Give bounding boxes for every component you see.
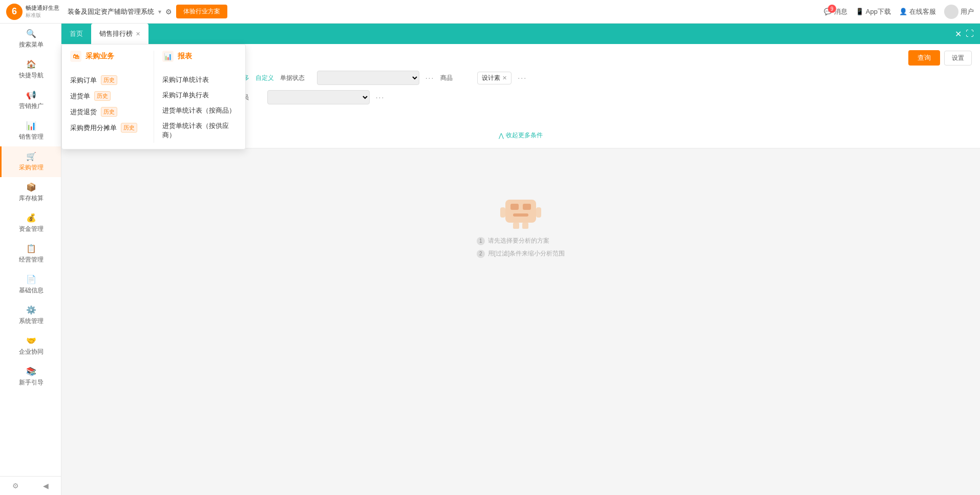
dropdown-item-expense[interactable]: 采购费用分摊单 历史 xyxy=(70,120,145,136)
sidebar-label-system: 系统管理 xyxy=(19,317,44,326)
goods-tag-close[interactable]: ✕ xyxy=(502,75,507,81)
sidebar-item-purchase[interactable]: 🛒 采购管理 xyxy=(0,146,61,177)
sidebar-label-quick: 快捷导航 xyxy=(19,71,44,80)
expense-history-badge: 历史 xyxy=(121,123,137,133)
sidebar-label-operations: 经营管理 xyxy=(19,255,44,264)
goods-dots[interactable]: ··· xyxy=(518,74,527,82)
sidebar-label-marketing: 营销推广 xyxy=(19,102,44,111)
svg-rect-5 xyxy=(536,207,541,218)
logo-brand: 畅捷通好生意 xyxy=(26,4,59,11)
report-section-header: 📊 报表 xyxy=(162,51,238,66)
sidebar-label-purchase: 采购管理 xyxy=(19,163,44,172)
query-btn[interactable]: 查询 xyxy=(908,50,940,66)
logo-area: 6 畅捷通好生意 标准版 xyxy=(6,4,68,20)
user-item[interactable]: 用户 xyxy=(944,5,974,19)
sidebar-item-marketing[interactable]: 📢 营销推广 xyxy=(0,85,61,116)
sidebar-item-finance[interactable]: 💰 资金管理 xyxy=(0,208,61,239)
tab-close-icon[interactable]: ✕ xyxy=(136,31,140,37)
settings-btn[interactable]: 设置 xyxy=(944,51,972,66)
empty-step-1: 1 请先选择要分析的方案 xyxy=(477,236,565,245)
inbound-stats-supplier-label: 进货单统计表（按供应商） xyxy=(162,121,238,140)
purchase-section-header: 🛍 采购业务 xyxy=(70,51,145,66)
sidebar-item-inventory[interactable]: 📦 库存核算 xyxy=(0,177,61,208)
search-icon: 🔍 xyxy=(26,29,36,38)
sidebar-label-sales: 销售管理 xyxy=(19,133,44,141)
sidebar-label-finance: 资金管理 xyxy=(19,225,44,233)
salesperson-dots[interactable]: ··· xyxy=(376,93,385,101)
marketing-icon: 📢 xyxy=(26,90,36,100)
app-download-item[interactable]: 📱 App下载 xyxy=(856,7,891,16)
tab-home[interactable]: 首页 xyxy=(61,24,91,44)
sidebar-item-search[interactable]: 🔍 搜索菜单 xyxy=(0,24,61,54)
phone-icon: 📱 xyxy=(856,8,864,15)
salesperson-select[interactable] xyxy=(267,90,370,104)
purchase-icon: 🛒 xyxy=(26,152,36,161)
dropdown-item-return[interactable]: 进货退货 历史 xyxy=(70,104,145,120)
sidebar-item-basicinfo[interactable]: 📄 基础信息 xyxy=(0,269,61,300)
dropdown-columns: 🛍 采购业务 采购订单 历史 进货单 历史 进货退货 历史 采购费用分摊单 历史 xyxy=(62,51,245,143)
tab-bar: 首页 销售排行榜 ✕ ✕ ⛶ xyxy=(61,24,980,44)
service-item[interactable]: 👤 在线客服 xyxy=(899,7,936,16)
dropdown-item-inbound-stats-supplier[interactable]: 进货单统计表（按供应商） xyxy=(162,118,238,143)
purchase-order-label: 采购订单 xyxy=(70,76,97,85)
dropdown-item-order-stats[interactable]: 采购订单统计表 xyxy=(162,72,238,88)
settings-icon[interactable]: ⚙ xyxy=(165,8,172,16)
purchase-section-icon: 🛍 xyxy=(70,51,81,62)
tab-expand-icon[interactable]: ⛶ xyxy=(966,29,974,38)
system-dropdown-arrow[interactable]: ▾ xyxy=(158,8,161,15)
inbound-history-badge: 历史 xyxy=(94,91,111,101)
svg-rect-6 xyxy=(513,223,519,229)
expense-label: 采购费用分摊单 xyxy=(70,123,117,133)
step2-num: 2 xyxy=(477,250,485,258)
report-col: 📊 报表 采购订单统计表 采购订单执行表 进货单统计表（按商品） 进货单统计表（… xyxy=(154,51,246,143)
sidebar-item-system[interactable]: ⚙️ 系统管理 xyxy=(0,300,61,331)
step1-num: 1 xyxy=(477,237,485,245)
tab-sales-rank[interactable]: 销售排行榜 ✕ xyxy=(91,24,148,44)
svg-rect-7 xyxy=(522,223,528,229)
purchase-order-history-badge: 历史 xyxy=(101,75,117,85)
inbound-label: 进货单 xyxy=(70,92,90,101)
collapse-btn[interactable]: ⋀ 收起更多条件 xyxy=(493,129,549,142)
step2-text: 用[过滤]条件来缩小分析范围 xyxy=(488,249,565,258)
enterprise-icon: 🤝 xyxy=(26,336,36,346)
sidebar-item-quick[interactable]: 🏠 快捷导航 xyxy=(0,54,61,85)
dropdown-item-purchase-order[interactable]: 采购订单 历史 xyxy=(70,72,145,88)
voucher-status-select[interactable] xyxy=(317,71,419,85)
logo-version: 标准版 xyxy=(26,12,59,19)
sidebar-collapse-btn[interactable]: ◀ xyxy=(43,482,49,490)
user-label: 用户 xyxy=(961,7,974,16)
sidebar-label-guide: 新手引导 xyxy=(19,378,44,387)
service-label: 在线客服 xyxy=(909,7,936,16)
tab-close-all-icon[interactable]: ✕ xyxy=(955,29,962,39)
sidebar-item-guide[interactable]: 📚 新手引导 xyxy=(0,361,61,392)
system-info: 装备及固定资产辅助管理系统 ▾ ⚙ 体验行业方案 xyxy=(68,5,824,18)
sidebar-settings-btn[interactable]: ⚙ xyxy=(12,482,19,490)
dropdown-item-inbound-stats-goods[interactable]: 进货单统计表（按商品） xyxy=(162,103,238,118)
message-item[interactable]: 💬 9 消息 xyxy=(824,7,847,16)
sidebar-label-basicinfo: 基础信息 xyxy=(19,286,44,295)
message-badge: 9 xyxy=(828,5,836,13)
date-custom[interactable]: 自定义 xyxy=(255,74,274,82)
sidebar-label-enterprise: 企业协同 xyxy=(19,348,44,356)
report-section-title: 报表 xyxy=(178,52,192,61)
collapse-label: 收起更多条件 xyxy=(506,131,543,140)
sidebar-item-sales[interactable]: 📊 销售管理 xyxy=(0,116,61,146)
voucher-dots[interactable]: ··· xyxy=(425,74,435,82)
operations-icon: 📋 xyxy=(26,244,36,253)
dropdown-item-order-exec[interactable]: 采购订单执行表 xyxy=(162,88,238,103)
sidebar-item-operations[interactable]: 📋 经营管理 xyxy=(0,239,61,269)
finance-icon: 💰 xyxy=(26,213,36,223)
sales-icon: 📊 xyxy=(26,121,36,131)
tab-home-label: 首页 xyxy=(70,29,83,38)
return-label: 进货退货 xyxy=(70,107,97,117)
system-name: 装备及固定资产辅助管理系统 xyxy=(68,7,154,16)
industry-btn[interactable]: 体验行业方案 xyxy=(176,5,227,18)
logo-text-area: 畅捷通好生意 标准版 xyxy=(26,4,59,18)
inbound-stats-goods-label: 进货单统计表（按商品） xyxy=(162,106,236,115)
report-section-icon: 📊 xyxy=(162,51,174,62)
sidebar-item-enterprise[interactable]: 🤝 企业协同 xyxy=(0,331,61,361)
svg-rect-0 xyxy=(505,200,536,223)
empty-icon xyxy=(495,189,546,230)
logo-icon: 6 xyxy=(6,4,23,20)
dropdown-item-inbound[interactable]: 进货单 历史 xyxy=(70,88,145,104)
